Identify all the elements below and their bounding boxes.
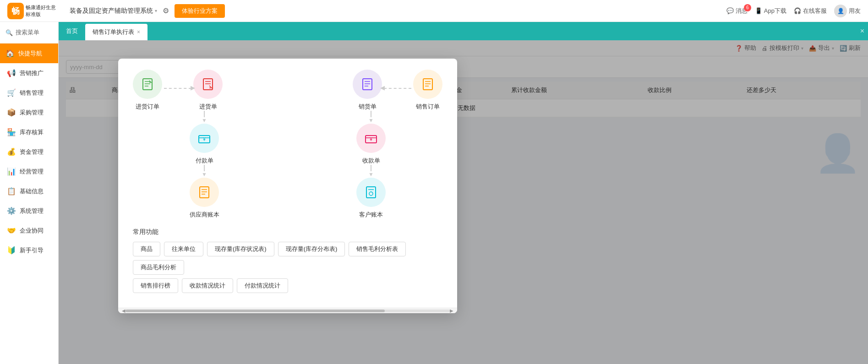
flow-node-payment[interactable]: ¥ 付款单 bbox=[190, 124, 219, 165]
search-menu-btn[interactable]: 🔍 搜索菜单 bbox=[4, 27, 55, 38]
beginner-icon: 🔰 bbox=[7, 246, 16, 255]
sidebar-item-finance[interactable]: 💰 资金管理 bbox=[0, 142, 58, 162]
system-title-area: 装备及固定资产辅助管理系统 ▾ bbox=[70, 7, 157, 15]
content-area: 首页 销售订单执行表 × × ❓ 帮助 🖨 bbox=[59, 22, 868, 364]
purchase-icon: 📦 bbox=[7, 108, 16, 117]
sidebar-item-label: 企业协同 bbox=[20, 227, 44, 235]
sidebar-item-operations[interactable]: 📊 经营管理 bbox=[0, 162, 58, 181]
logo-area: 畅 畅康通好生意 标准版 bbox=[7, 3, 66, 19]
arrow-purchase-order-to-bill: ▶ bbox=[164, 88, 191, 111]
sidebar-search-area[interactable]: 🔍 搜索菜单 bbox=[0, 22, 58, 43]
sidebar-item-label: 经营管理 bbox=[20, 168, 44, 176]
sidebar-item-label: 营销推广 bbox=[20, 69, 44, 77]
finance-icon: 💰 bbox=[7, 147, 16, 156]
user-area[interactable]: 👤 用友 bbox=[834, 5, 861, 17]
logo-text: 畅康通好生意 标准版 bbox=[26, 4, 56, 17]
sidebar-item-label: 销售管理 bbox=[20, 89, 44, 97]
sidebar-item-inventory[interactable]: 🏪 库存核算 bbox=[0, 122, 58, 142]
flow-col-payment: ▼ ¥ 付款单 bbox=[177, 111, 232, 165]
message-badge: 6 bbox=[744, 4, 751, 11]
tab-home[interactable]: 首页 bbox=[59, 22, 85, 40]
sidebar-item-purchase[interactable]: 📦 采购管理 bbox=[0, 103, 58, 122]
sidebar-item-sales[interactable]: 🛒 销售管理 bbox=[0, 83, 58, 103]
online-service-btn[interactable]: 🎧 在线客服 bbox=[794, 7, 827, 15]
common-functions-title: 常用功能 bbox=[133, 228, 442, 236]
sales-bill-icon bbox=[353, 70, 382, 99]
sidebar-item-system[interactable]: ⚙️ 系统管理 bbox=[0, 201, 58, 221]
func-btn-receipt-stats[interactable]: 收款情况统计 bbox=[182, 278, 233, 293]
flow-node-customer-ledger[interactable]: 客户账本 bbox=[356, 178, 386, 219]
func-btn-goods[interactable]: 商品 bbox=[133, 242, 160, 256]
modal-overlay[interactable]: 进货订单 ▶ bbox=[59, 40, 868, 364]
flow-node-sales-bill[interactable]: 销货单 bbox=[353, 70, 382, 111]
tab-sales-order[interactable]: 销售订单执行表 × bbox=[85, 24, 147, 40]
sidebar-item-label: 资金管理 bbox=[20, 148, 44, 156]
operations-icon: 📊 bbox=[7, 167, 16, 176]
sidebar-item-label: 库存核算 bbox=[20, 128, 44, 136]
close-all-btn[interactable]: × bbox=[860, 27, 864, 35]
flow-row-2: ▼ ¥ 付款单 bbox=[133, 111, 442, 165]
sidebar-item-label: 系统管理 bbox=[20, 207, 44, 215]
settings-icon[interactable]: ⚙ bbox=[163, 6, 169, 15]
message-btn[interactable]: 💬 消息 6 bbox=[726, 7, 748, 15]
flow-node-receipt[interactable]: ¥ 收款单 bbox=[356, 124, 386, 165]
page-wrapper: ❓ 帮助 🖨 按模板打印 ▾ 📤 导出 ▾ 🔄 bbox=[59, 40, 868, 364]
sidebar-item-quick-nav[interactable]: 🏠 快捷导航 bbox=[0, 43, 58, 63]
top-bar: 畅 畅康通好生意 标准版 装备及固定资产辅助管理系统 ▾ ⚙ 体验行业方案 💬 … bbox=[0, 0, 868, 22]
svg-rect-25 bbox=[366, 187, 376, 198]
system-title-text: 装备及固定资产辅助管理系统 bbox=[70, 7, 153, 15]
system-icon: ⚙️ bbox=[7, 206, 16, 215]
svg-rect-11 bbox=[423, 79, 432, 90]
svg-rect-21 bbox=[200, 187, 209, 198]
app-download-btn[interactable]: 📱 App下载 bbox=[755, 7, 786, 15]
sidebar-item-basic[interactable]: 📋 基础信息 bbox=[0, 181, 58, 201]
flow-col-customer: ▼ 客户账本 bbox=[344, 165, 399, 219]
flow-node-supplier-ledger[interactable]: 供应商账本 bbox=[190, 178, 219, 219]
func-btn-goods-margin[interactable]: 商品毛利分析 bbox=[133, 260, 184, 275]
scrollbar-track[interactable] bbox=[126, 310, 450, 312]
sidebar-item-beginner[interactable]: 🔰 新手引导 bbox=[0, 240, 58, 260]
func-btn-stock-dist[interactable]: 现存量(库存分布表) bbox=[278, 242, 345, 256]
func-btn-stock-status[interactable]: 现存量(库存状况表) bbox=[207, 242, 274, 256]
search-icon: 🔍 bbox=[5, 29, 13, 36]
flow-node-sales-order[interactable]: 销售订单 bbox=[413, 70, 442, 111]
flow-col-supplier: ▼ 供应商账本 bbox=[177, 165, 232, 219]
system-dropdown-icon[interactable]: ▾ bbox=[155, 8, 157, 13]
func-btn-counterparty[interactable]: 往来单位 bbox=[164, 242, 203, 256]
flow-row-3: ▼ 供应商账本 bbox=[133, 165, 442, 219]
basic-icon: 📋 bbox=[7, 187, 16, 196]
customer-ledger-icon bbox=[356, 178, 386, 207]
func-btn-sales-rank[interactable]: 销售排行榜 bbox=[133, 278, 178, 293]
tab-close-icon[interactable]: × bbox=[137, 29, 140, 35]
purchase-bill-icon bbox=[193, 70, 223, 99]
func-btn-payment-stats[interactable]: 付款情况统计 bbox=[237, 278, 288, 293]
arrow-sales-order-to-bill: ◀ bbox=[384, 88, 411, 111]
modal-box: 进货订单 ▶ bbox=[118, 59, 457, 313]
user-name: 用友 bbox=[849, 7, 861, 15]
sales-icon: 🛒 bbox=[7, 88, 16, 97]
scroll-right-btn[interactable]: ▶ bbox=[450, 308, 453, 313]
sidebar-item-marketing[interactable]: 📢 营销推广 bbox=[0, 63, 58, 83]
flow-col-receipt: ▼ ¥ 收款单 bbox=[344, 111, 399, 165]
svg-rect-0 bbox=[143, 79, 152, 90]
experience-btn[interactable]: 体验行业方案 bbox=[175, 4, 225, 18]
func-buttons-row-1: 商品 往来单位 现存量(库存状况表) 现存量(库存分布表) 销售毛利分析表 商品… bbox=[133, 242, 442, 275]
message-icon: 💬 bbox=[726, 7, 734, 14]
payment-icon: ¥ bbox=[190, 124, 219, 153]
enterprise-icon: 🤝 bbox=[7, 226, 16, 235]
sales-order-icon bbox=[413, 70, 442, 99]
sidebar-item-label: 新手引导 bbox=[20, 246, 44, 255]
scroll-left-btn[interactable]: ◀ bbox=[122, 308, 126, 313]
modal-scrollbar: ◀ ▶ bbox=[118, 308, 457, 313]
flow-node-purchase-order[interactable]: 进货订单 bbox=[133, 70, 162, 111]
flow-diagram: 进货订单 ▶ bbox=[133, 70, 442, 219]
svg-rect-7 bbox=[363, 79, 372, 90]
logo-icon: 畅 bbox=[7, 3, 24, 19]
sidebar-item-enterprise[interactable]: 🤝 企业协同 bbox=[0, 221, 58, 240]
scrollbar-thumb bbox=[126, 310, 385, 312]
sidebar: 🔍 搜索菜单 🏠 快捷导航 📢 营销推广 🛒 销售管理 📦 采购管理 bbox=[0, 22, 59, 364]
flow-node-purchase-bill[interactable]: 进货单 bbox=[193, 70, 223, 111]
modal-content: 进货订单 ▶ bbox=[118, 59, 457, 308]
func-btn-sales-margin[interactable]: 销售毛利分析表 bbox=[349, 242, 406, 256]
supplier-ledger-icon bbox=[190, 178, 219, 207]
